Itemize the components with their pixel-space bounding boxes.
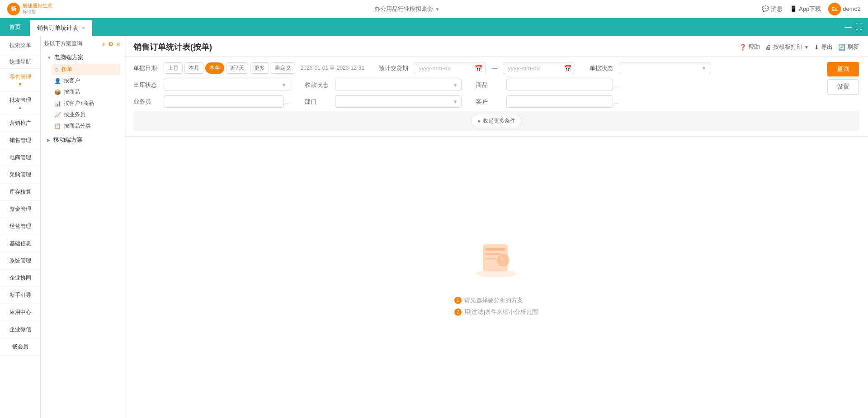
system-label: 系统管理 [9,257,31,265]
by-category-label: 按商品分类 [64,122,91,130]
page-actions: ❓ 帮助 🖨 按模板打印 ▼ ⬇ 导出 🔄 刷新 [739,43,859,51]
customer-label: 客户 [476,98,501,106]
ship-status-select[interactable] [164,79,290,91]
settings-btn[interactable]: 设置 [827,79,859,95]
collapse-label: 收起更多条件 [483,117,515,125]
marketing-label: 营销推广 [9,119,31,127]
finance-label: 资金管理 [9,205,31,213]
by-goods-icon: 📦 [54,89,61,95]
message-btn[interactable]: 💬 消息 [762,5,783,13]
sidebar-item-finance[interactable]: 资金管理 [0,201,40,218]
page-title: 销售订单统计表(按单) [133,42,212,52]
tree-child-by-salesman[interactable]: 📈 按业务员 [52,109,120,120]
logo-sub-text: 标准版 [23,9,52,15]
date-btn-this-year[interactable]: 本年 [205,62,224,74]
workspace-selector[interactable]: 办公用品行业模拟账套 ▼ [374,5,440,13]
customer-input[interactable] [506,95,613,108]
help-icon: ❓ [739,44,746,51]
sidebar-search-section: 搜索菜单 [0,36,40,55]
main-content: 销售订单统计表(按单) ❓ 帮助 🖨 按模板打印 ▼ ⬇ 导出 [124,36,868,418]
date-btn-more[interactable]: 更多 [250,62,269,74]
panel-collapse-btn[interactable]: « [117,40,120,48]
tabbar-right: — ⛶ [844,23,868,31]
sidebar: 搜索菜单 快捷导航 零售管理 ▼ 批发管理 ▲ 营销推广 销售管理 电商管理 采… [0,36,41,418]
page-header: 销售订单统计表(按单) ❓ 帮助 🖨 按模板打印 ▼ ⬇ 导出 [124,36,868,57]
user-menu[interactable]: Ea demo2 [828,3,861,15]
panel-add-btn[interactable]: + [102,40,105,48]
tab-sales-order[interactable]: 销售订单统计表 × [30,20,92,36]
sidebar-item-basic[interactable]: 基础信息 [0,235,40,252]
sidebar-item-guide[interactable]: 新手引导 [0,287,40,304]
empty-tip-1: 1 请先选择要分析的方案 [454,296,538,304]
tree-child-by-category[interactable]: 📋 按商品分类 [52,120,120,132]
sidebar-item-wecom[interactable]: 企业微信 [0,321,40,338]
search-menu-btn[interactable]: 搜索菜单 [4,40,37,51]
app-download-btn[interactable]: 📱 App下载 [790,5,821,13]
panel-tools: + ⚙ « [102,40,120,48]
sidebar-item-retail[interactable]: 零售管理 ▼ [0,69,40,92]
empty-illustration: ? [469,235,524,289]
date-btn-7days[interactable]: 近7天 [226,62,248,74]
by-cg-label: 按客户+商品 [64,100,94,107]
tab-close-icon[interactable]: × [82,25,85,31]
sidebar-item-system[interactable]: 系统管理 [0,252,40,270]
workspace-title: 办公用品行业模拟账套 [374,5,433,13]
help-btn[interactable]: ❓ 帮助 [739,43,760,51]
sidebar-item-member[interactable]: 畅会员 [0,338,40,356]
maximize-btn[interactable]: ⛶ [855,23,863,31]
export-icon: ⬇ [814,44,819,51]
salesman-input[interactable] [164,95,284,108]
sidebar-item-purchase[interactable]: 采购管理 [0,166,40,184]
date-label: 单据日期 [133,64,158,72]
sidebar-item-wholesale[interactable]: 批发管理 ▲ [0,92,40,115]
date-btn-last-month[interactable]: 上月 [164,62,183,74]
customer-wrapper: … [506,95,619,108]
date-btn-custom[interactable]: 自定义 [271,62,295,74]
sidebar-item-appcenter[interactable]: 应用中心 [0,304,40,321]
tab-home[interactable]: 首页 [0,18,30,36]
goods-input[interactable] [506,79,613,91]
date-btn-this-month[interactable]: 本月 [184,62,203,74]
collapse-more-btn[interactable]: ∧ 收起更多条件 [471,115,521,127]
dept-select[interactable] [335,95,462,108]
tree-child-by-goods[interactable]: 📦 按商品 [52,86,120,98]
goods-more-icon[interactable]: … [613,81,619,89]
tree-children: ⊙ 按单 👤 按客户 📦 按商品 📊 按客户+商品 📈 按业务员 [44,64,120,132]
tree-mobile-root[interactable]: ▶ 移动端方案 [44,133,120,146]
minimize-btn[interactable]: — [844,23,852,31]
collapse-bar: ∧ 收起更多条件 [133,111,859,131]
collapse-arrow-icon: ∧ [477,118,481,124]
salesman-more-icon[interactable]: … [284,98,290,105]
receipt-status-select[interactable] [335,79,462,91]
panel-settings-btn[interactable]: ⚙ [108,40,114,48]
app-download-label: App下载 [799,5,821,13]
tree-root[interactable]: ▼ 电脑端方案 [44,51,120,64]
tree-child-by-order[interactable]: ⊙ 按单 [52,64,120,75]
sidebar-item-ecommerce[interactable]: 电商管理 [0,149,40,166]
query-btn[interactable]: 查询 [827,62,859,76]
sidebar-item-business[interactable]: 经营管理 [0,218,40,235]
wholesale-label: 批发管理 [9,96,31,104]
goods-label: 商品 [476,81,501,89]
salesman-wrapper: … [164,95,290,108]
empty-svg: ? [469,235,524,280]
calendar-end-icon[interactable]: 📅 [564,65,571,72]
export-btn[interactable]: ⬇ 导出 [814,43,833,51]
message-icon: 💬 [762,5,769,12]
refresh-btn[interactable]: 🔄 刷新 [838,43,859,51]
date-separator: — [491,65,497,71]
sidebar-item-marketing[interactable]: 营销推广 [0,115,40,132]
bill-status-select[interactable] [620,62,710,74]
purchase-label: 采购管理 [9,171,31,179]
print-btn[interactable]: 🖨 按模板打印 ▼ [765,43,809,51]
tree-child-by-customer-goods[interactable]: 📊 按客户+商品 [52,98,120,109]
retail-label: 零售管理 [9,73,31,81]
quick-nav-btn[interactable]: 快捷导航 [0,55,40,69]
calendar-start-icon[interactable]: 📅 [475,65,482,72]
customer-more-icon[interactable]: … [613,98,619,105]
sidebar-item-inventory[interactable]: 库存核算 [0,184,40,201]
tree-child-by-customer[interactable]: 👤 按客户 [52,75,120,86]
filter-action-buttons: 查询 设置 [827,62,859,95]
sidebar-item-cooperation[interactable]: 企业协同 [0,270,40,287]
sidebar-item-sales[interactable]: 销售管理 [0,132,40,149]
